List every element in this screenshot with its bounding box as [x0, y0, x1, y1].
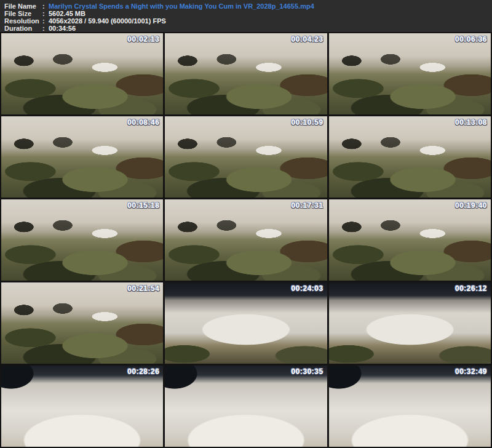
- colon: :: [42, 25, 49, 32]
- timestamp-overlay: 00:04:23: [292, 35, 323, 44]
- timestamp-overlay: 00:06:36: [455, 35, 487, 44]
- timestamp-overlay: 00:02:13: [127, 35, 159, 44]
- video-thumbnail: 00:10:59: [165, 116, 327, 198]
- timestamp-overlay: 00:32:49: [455, 367, 487, 376]
- timestamp-overlay: 00:19:40: [455, 201, 487, 210]
- video-thumbnail: 00:26:12: [329, 282, 491, 364]
- timestamp-overlay: 00:17:31: [292, 201, 323, 210]
- file-name-row: File Name:Marilyn Crystal Spends a Night…: [4, 2, 492, 10]
- video-thumbnail: 00:30:35: [165, 366, 327, 447]
- file-size-value: 5602.45 MB: [49, 10, 85, 17]
- file-size-row: File Size:5602.45 MB: [4, 10, 492, 17]
- resolution-label: Resolution: [4, 17, 42, 25]
- video-thumbnail: 00:24:03: [165, 282, 327, 364]
- video-thumbnail: 00:17:31: [165, 199, 327, 281]
- video-thumbnail: 00:08:46: [1, 116, 163, 198]
- timestamp-overlay: 00:13:08: [455, 118, 487, 127]
- file-name-value: Marilyn Crystal Spends a Night with you …: [49, 2, 314, 10]
- duration-row: Duration:00:34:56: [4, 25, 492, 32]
- video-thumbnail: 00:13:08: [329, 116, 491, 198]
- video-thumbnail: 00:15:18: [1, 199, 163, 281]
- timestamp-overlay: 00:26:12: [455, 284, 487, 293]
- video-thumbnail: 00:32:49: [329, 366, 491, 447]
- video-thumbnail: 00:02:13: [1, 33, 163, 114]
- timestamp-overlay: 00:28:26: [127, 367, 159, 376]
- timestamp-overlay: 00:15:18: [127, 201, 159, 210]
- video-thumbnail: 00:19:40: [329, 199, 491, 281]
- video-thumbnail: 00:06:36: [329, 33, 491, 114]
- timestamp-overlay: 00:10:59: [292, 118, 323, 127]
- file-name-label: File Name: [4, 2, 42, 10]
- timestamp-overlay: 00:21:54: [127, 284, 159, 293]
- thumbnail-grid: 00:02:13 00:04:23 00:06:36 00:08:46 00:1…: [0, 32, 492, 448]
- timestamp-overlay: 00:30:35: [292, 367, 323, 376]
- resolution-value: 4056x2028 / 59.940 (60000/1001) FPS: [49, 17, 166, 25]
- duration-value: 00:34:56: [49, 25, 76, 32]
- colon: :: [42, 2, 49, 10]
- file-info-header: File Name:Marilyn Crystal Spends a Night…: [0, 0, 492, 32]
- file-size-label: File Size: [4, 10, 42, 17]
- resolution-row: Resolution:4056x2028 / 59.940 (60000/100…: [4, 17, 492, 25]
- colon: :: [42, 10, 49, 17]
- video-thumbnail: 00:28:26: [1, 366, 163, 447]
- colon: :: [42, 17, 49, 25]
- duration-label: Duration: [4, 25, 42, 32]
- video-thumbnail: 00:04:23: [165, 33, 327, 114]
- timestamp-overlay: 00:08:46: [127, 118, 159, 127]
- timestamp-overlay: 00:24:03: [292, 284, 323, 293]
- video-thumbnail: 00:21:54: [1, 282, 163, 364]
